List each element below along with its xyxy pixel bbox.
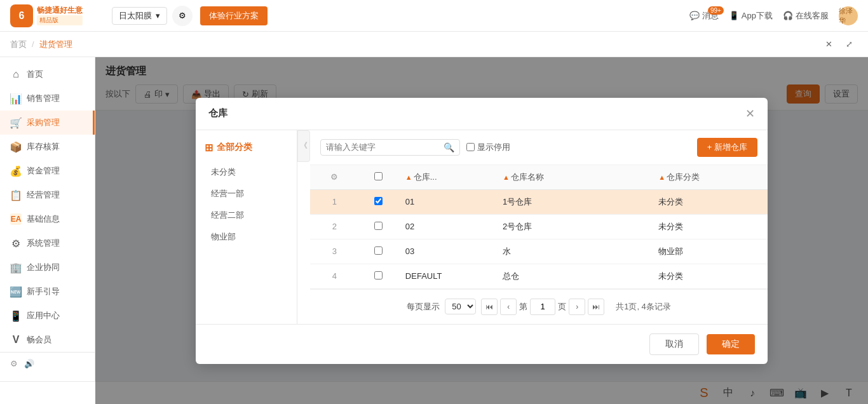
modal-category-property[interactable]: 物业部 bbox=[196, 226, 297, 248]
cart-icon: 🛒 bbox=[10, 117, 22, 128]
row-code: 03 bbox=[398, 239, 495, 264]
sidebar-item-finance[interactable]: 💰 资金管理 bbox=[0, 159, 95, 183]
ea-icon: EA bbox=[10, 213, 22, 225]
sort-icon-cat: ▲ bbox=[658, 173, 665, 181]
table-row[interactable]: 1 01 1号仓库 未分类 bbox=[310, 189, 768, 214]
notification-btn[interactable]: 💬 消息 99+ bbox=[689, 10, 719, 22]
app-download-btn[interactable]: 📱 App下载 bbox=[729, 10, 773, 22]
row-num: 2 bbox=[310, 214, 359, 239]
modal-category-uncategorized[interactable]: 未分类 bbox=[196, 161, 297, 183]
cancel-btn[interactable]: 取消 bbox=[649, 333, 699, 355]
grid-icon: ⊞ bbox=[205, 142, 213, 154]
breadcrumb-current: 进货管理 bbox=[39, 39, 72, 50]
modal-main: 🔍 显示停用 + 新增仓库 bbox=[310, 130, 768, 324]
row-checkbox[interactable] bbox=[374, 246, 383, 255]
th-category[interactable]: ▲ 仓库分类 bbox=[651, 165, 768, 190]
row-code: DEFAULT bbox=[398, 264, 495, 288]
sidebar-collapse-btn[interactable]: 《 bbox=[297, 130, 310, 162]
modal-sidebar: ⊞ 全部分类 未分类 经营一部 经营二部 物业部 bbox=[196, 130, 297, 324]
row-checkbox[interactable] bbox=[374, 271, 383, 279]
chart-icon: 📊 bbox=[10, 93, 22, 104]
sidebar-item-basic-info[interactable]: EA 基础信息 bbox=[0, 207, 95, 231]
modal-category-ops1[interactable]: 经营一部 bbox=[196, 183, 297, 205]
logo-text: 畅捷通好生意 精品版 bbox=[37, 6, 83, 26]
per-page-label: 每页显示 bbox=[407, 301, 440, 313]
confirm-btn[interactable]: 确定 bbox=[707, 334, 755, 354]
sidebar: ⌂ 首页 📊 销售管理 🛒 采购管理 📦 库存核算 💰 资金管理 📋 经营管理 … bbox=[0, 57, 95, 404]
search-input[interactable] bbox=[326, 142, 444, 152]
th-code[interactable]: ▲ 仓库... bbox=[398, 165, 495, 190]
prev-page-btn[interactable]: ‹ bbox=[500, 299, 517, 315]
volume-icon[interactable]: 🔊 bbox=[24, 359, 34, 368]
sidebar-item-purchase[interactable]: 🛒 采购管理 bbox=[0, 111, 95, 135]
add-warehouse-btn[interactable]: + 新增仓库 bbox=[697, 138, 757, 157]
top-header: 6 畅捷通好生意 精品版 日太阳膜 ▾ ⚙ 体验行业方案 💬 消息 99+ 📱 … bbox=[0, 0, 868, 32]
enterprise-icon: 🏢 bbox=[10, 262, 22, 273]
show-disabled-checkbox-label[interactable]: 显示停用 bbox=[466, 142, 510, 153]
row-checkbox[interactable] bbox=[374, 222, 383, 230]
th-gear: ⚙ bbox=[310, 165, 359, 190]
sidebar-item-system[interactable]: ⚙ 系统管理 bbox=[0, 231, 95, 255]
store-selector[interactable]: 日太阳膜 ▾ bbox=[112, 7, 167, 25]
sidebar-item-member[interactable]: V 畅会员 bbox=[0, 328, 95, 352]
warehouse-table: ⚙ ▲ 仓库... bbox=[310, 165, 768, 289]
modal-pagination: 每页显示 50 ⏮ ‹ 第 页 › ⏭ bbox=[310, 289, 768, 324]
page-input[interactable] bbox=[530, 299, 555, 315]
search-icon[interactable]: 🔍 bbox=[444, 142, 454, 152]
modal-close-btn[interactable]: ✕ bbox=[745, 107, 755, 121]
newbie-icon: 🆕 bbox=[10, 286, 22, 297]
modal-category-ops2[interactable]: 经营二部 bbox=[196, 205, 297, 226]
table-row[interactable]: 2 02 2号仓库 未分类 bbox=[310, 214, 768, 239]
modal-header: 仓库 ✕ bbox=[196, 98, 768, 130]
sidebar-item-sales[interactable]: 📊 销售管理 bbox=[0, 86, 95, 111]
close-tab-btn[interactable]: ✕ bbox=[820, 36, 837, 53]
sidebar-item-home[interactable]: ⌂ 首页 bbox=[0, 62, 95, 86]
headset-icon: 🎧 bbox=[783, 11, 793, 20]
show-disabled-checkbox[interactable] bbox=[466, 143, 475, 151]
th-check bbox=[359, 165, 398, 190]
box-icon: 📦 bbox=[10, 141, 22, 152]
sidebar-item-enterprise[interactable]: 🏢 企业协同 bbox=[0, 255, 95, 279]
main-layout: ⌂ 首页 📊 销售管理 🛒 采购管理 📦 库存核算 💰 资金管理 📋 经营管理 … bbox=[0, 57, 868, 404]
modal-category-all[interactable]: ⊞ 全部分类 bbox=[196, 137, 297, 161]
row-checkbox-cell bbox=[359, 239, 398, 264]
modal-table-wrap: ⚙ ▲ 仓库... bbox=[310, 165, 768, 289]
breadcrumb-home[interactable]: 首页 bbox=[10, 39, 27, 50]
chevron-down-icon: ▾ bbox=[156, 11, 160, 20]
table-row[interactable]: 3 03 水 物业部 bbox=[310, 239, 768, 264]
mobile-icon: 📱 bbox=[729, 11, 739, 20]
bell-icon: 💬 bbox=[689, 11, 700, 20]
avatar: 徐泽华 bbox=[839, 6, 858, 25]
sidebar-bottom: ⚙ 🔊 bbox=[0, 352, 95, 375]
money-icon: 💰 bbox=[10, 165, 22, 177]
sidebar-item-operations[interactable]: 📋 经营管理 bbox=[0, 183, 95, 207]
row-checkbox-cell bbox=[359, 264, 398, 288]
table-row[interactable]: 4 DEFAULT 总仓 未分类 bbox=[310, 264, 768, 288]
per-page-select[interactable]: 50 bbox=[445, 299, 476, 314]
modal-footer: 取消 确定 bbox=[196, 324, 768, 364]
next-page-btn[interactable]: › bbox=[569, 299, 585, 315]
select-all-checkbox[interactable] bbox=[374, 172, 383, 180]
user-menu[interactable]: 徐泽华 bbox=[839, 6, 858, 25]
main-content: 进货管理 按以下 🖨 印 ▾ 📤 导出 ↻ 刷新 查询 设置 bbox=[95, 57, 868, 404]
online-service-btn[interactable]: 🎧 在线客服 bbox=[783, 10, 829, 22]
expand-btn[interactable]: ⤢ bbox=[840, 36, 858, 53]
sidebar-item-newbie[interactable]: 🆕 新手引导 bbox=[0, 279, 95, 304]
th-name[interactable]: ▲ 仓库名称 bbox=[495, 165, 651, 190]
row-code: 02 bbox=[398, 214, 495, 239]
row-checkbox[interactable] bbox=[374, 197, 383, 205]
header-right: 💬 消息 99+ 📱 App下载 🎧 在线客服 徐泽华 bbox=[689, 6, 858, 25]
row-name: 2号仓库 bbox=[495, 214, 651, 239]
sidebar-item-inventory[interactable]: 📦 库存核算 bbox=[0, 135, 95, 159]
clipboard-icon: 📋 bbox=[10, 189, 22, 201]
row-name: 1号仓库 bbox=[495, 189, 651, 214]
sidebar-item-apps[interactable]: 📱 应用中心 bbox=[0, 304, 95, 328]
settings-icon[interactable]: ⚙ bbox=[172, 6, 193, 26]
settings-bottom-icon[interactable]: ⚙ bbox=[10, 359, 18, 368]
first-page-btn[interactable]: ⏮ bbox=[481, 299, 498, 315]
row-num: 4 bbox=[310, 264, 359, 288]
sub-header: 首页 / 进货管理 ✕ ⤢ bbox=[0, 32, 868, 57]
trial-btn[interactable]: 体验行业方案 bbox=[200, 6, 268, 25]
last-page-btn[interactable]: ⏭ bbox=[588, 299, 604, 315]
apps-icon: 📱 bbox=[10, 310, 22, 321]
